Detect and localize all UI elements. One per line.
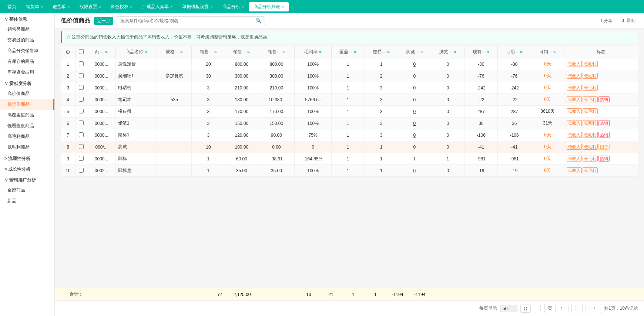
nav-template-settings[interactable]: 单据模板设置 ×: [178, 2, 217, 11]
settings-icon[interactable]: ⚙: [66, 49, 70, 55]
search-box: 🔍: [117, 16, 265, 25]
col-spec: 规格... ⇅: [157, 46, 192, 58]
row-name[interactable]: 电话机: [115, 82, 157, 94]
sidebar-item-inventory-products[interactable]: 有库存的商品: [0, 56, 54, 67]
share-button[interactable]: ⤴ 分享: [597, 17, 616, 25]
row-view1[interactable]: 0: [398, 58, 431, 70]
row-checkbox[interactable]: [79, 168, 84, 173]
nav-permission-settings[interactable]: 权限设置 ×: [75, 2, 105, 11]
row-coverage: 1: [331, 106, 365, 118]
row-view1[interactable]: 0: [398, 82, 431, 94]
prev-page-button[interactable]: 〈: [534, 304, 545, 313]
close-icon[interactable]: ×: [210, 4, 212, 9]
row-checkbox[interactable]: [79, 61, 84, 66]
row-checkbox[interactable]: [79, 97, 84, 102]
close-icon[interactable]: ×: [130, 4, 132, 9]
nav-product-analysis-list[interactable]: 商品分析列表 ×: [249, 2, 288, 11]
nav-product-analysis[interactable]: 商品分析 ×: [218, 2, 248, 11]
sidebar-item-high-value[interactable]: 高价值商品: [0, 88, 54, 99]
sidebar-item-inventory-capital[interactable]: 库存资金占用: [0, 67, 54, 78]
row-name[interactable]: 鼠标垫: [115, 165, 157, 177]
nav-home[interactable]: 首页: [3, 2, 21, 11]
search-icon[interactable]: 🔍: [255, 18, 262, 24]
sidebar-item-high-coverage[interactable]: 高覆盖度商品: [0, 110, 54, 120]
row-coverage: 1: [331, 94, 365, 106]
row-margin: 100%: [295, 106, 331, 118]
summary-label: 合计：: [61, 291, 83, 298]
close-icon[interactable]: ×: [170, 4, 172, 9]
row-name[interactable]: 鼠标1: [115, 129, 157, 141]
row-checkbox[interactable]: [79, 120, 84, 125]
close-icon[interactable]: ×: [41, 4, 43, 9]
row-current: -242: [464, 82, 498, 94]
search-input[interactable]: [120, 18, 255, 23]
row-qty: 3: [192, 106, 225, 118]
nav-product-inbound[interactable]: 产成品入库单 ×: [138, 2, 177, 11]
sidebar-item-sales-products[interactable]: 销售类商品: [0, 24, 54, 35]
per-page-select[interactable]: 50 100: [500, 305, 517, 312]
sidebar-item-low-coverage[interactable]: 低覆盖度商品: [0, 120, 54, 131]
row-name[interactable]: 鼠标: [115, 153, 157, 165]
row-name[interactable]: 笔记本: [115, 94, 157, 106]
row-view1[interactable]: 0: [398, 94, 431, 106]
sidebar-group-marketing[interactable]: ∨ 营销推广分析: [0, 174, 54, 185]
row-name[interactable]: 属性定价: [115, 58, 157, 70]
time-filter-button[interactable]: 近一月: [94, 17, 113, 25]
close-icon[interactable]: ×: [282, 4, 284, 9]
row-name[interactable]: 测试: [115, 141, 157, 153]
tag-badge: 低毛利: [583, 167, 598, 173]
last-page-button[interactable]: 〉〉: [586, 304, 601, 313]
nav-sales-order[interactable]: 销货单 ×: [21, 2, 47, 11]
row-view1[interactable]: 1: [398, 153, 431, 165]
close-icon[interactable]: ×: [67, 4, 70, 9]
summary-current: -1194: [386, 292, 409, 297]
sidebar-group-growth[interactable]: > 成长性分析: [0, 163, 54, 174]
row-checkbox[interactable]: [79, 132, 84, 137]
row-checkbox[interactable]: [79, 144, 84, 149]
sidebar-group-overall[interactable]: ∨ 整体信息: [0, 13, 54, 24]
close-icon[interactable]: ×: [99, 4, 101, 9]
row-view1[interactable]: 0: [398, 129, 431, 141]
select-all-checkbox[interactable]: [79, 49, 84, 54]
sidebar-group-circulation[interactable]: > 流通性分析: [0, 153, 54, 163]
col-trade: 交易... ⇅: [365, 46, 398, 58]
sidebar-item-new-products[interactable]: 新品: [0, 196, 54, 206]
row-view1[interactable]: 0: [398, 165, 431, 177]
row-name[interactable]: 铅笔1: [115, 118, 157, 129]
sidebar-item-category-sales-rate[interactable]: 商品分类销售率: [0, 45, 54, 56]
row-checkbox[interactable]: [79, 73, 84, 78]
page-number-input[interactable]: [555, 305, 568, 312]
row-view1[interactable]: 0: [398, 141, 431, 153]
first-page-button[interactable]: ⟨⟨: [520, 305, 531, 313]
row-amount: 210.00: [225, 82, 258, 94]
row-view1[interactable]: 0: [398, 118, 431, 129]
export-button[interactable]: ⬇ 导出: [618, 17, 638, 25]
row-checkbox[interactable]: [79, 156, 84, 161]
nav-role-auth[interactable]: 角色授权 ×: [106, 2, 137, 11]
row-spec: [157, 153, 192, 165]
sidebar-item-all-products[interactable]: 全部商品: [0, 185, 54, 196]
row-tags: 低收入低毛利: [564, 165, 638, 177]
sidebar-item-low-value[interactable]: 低价值商品: [0, 99, 54, 110]
row-qty: 1: [192, 153, 225, 165]
sidebar-item-low-margin[interactable]: 低毛利商品: [0, 142, 54, 153]
sidebar-item-traded-products[interactable]: 交易过的商品: [0, 35, 54, 45]
row-spec: [157, 141, 192, 153]
next-page-button[interactable]: 〉: [571, 304, 583, 313]
row-checkbox-cell: [76, 82, 87, 94]
row-name[interactable]: 橡皮擦: [115, 106, 157, 118]
row-checkbox-cell: [76, 70, 87, 82]
nav-purchase-order[interactable]: 进货单 ×: [48, 2, 74, 11]
sidebar-group-contribution[interactable]: ∨ 贡献度分析: [0, 78, 54, 88]
row-checkbox[interactable]: [79, 85, 84, 90]
tag-badge: 低收入: [567, 120, 582, 126]
row-saleable-days: 0天: [531, 165, 564, 177]
sidebar-item-high-margin[interactable]: 高毛利商品: [0, 131, 54, 142]
row-name[interactable]: 吴细细1: [115, 70, 157, 82]
close-icon[interactable]: ×: [242, 4, 244, 9]
col-gear[interactable]: ⚙: [61, 46, 76, 58]
row-checkbox[interactable]: [79, 109, 84, 113]
row-current: -30: [464, 58, 498, 70]
row-view1[interactable]: 0: [398, 106, 431, 118]
row-view1[interactable]: 0: [398, 70, 431, 82]
